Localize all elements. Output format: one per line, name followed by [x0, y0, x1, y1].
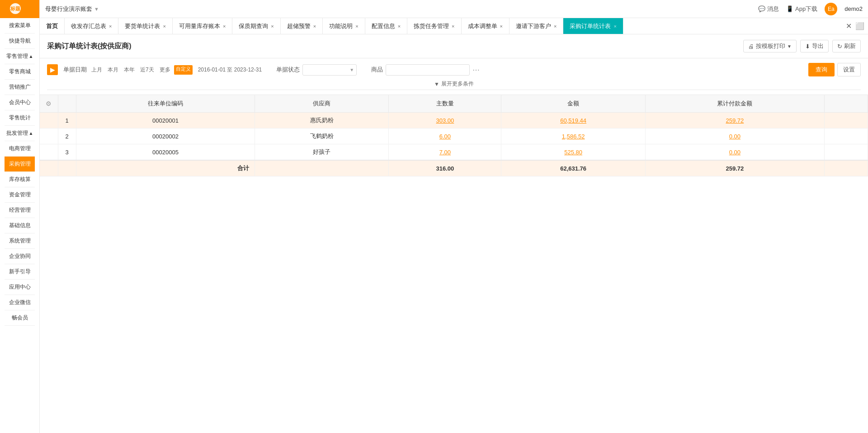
nav-tab-overstock-warning[interactable]: 超储预警×: [281, 18, 323, 34]
nav-tab-close-config-info[interactable]: ×: [398, 24, 401, 29]
cell-amount-2[interactable]: 525.80: [501, 144, 645, 161]
close-tab-btn[interactable]: ✕: [846, 22, 852, 30]
status-label: 单据状态: [276, 66, 300, 74]
footer-supplier: [255, 160, 389, 176]
org-name: 母婴行业演示账套: [45, 5, 92, 13]
svg-text:标题: 标题: [10, 6, 20, 11]
nav-tab-close-available-inventory[interactable]: ×: [223, 24, 226, 29]
sidebar-item-enterprise-collab[interactable]: 企业协同: [5, 249, 35, 264]
print-btn[interactable]: 🖨 按模板打印 ▼: [743, 40, 797, 52]
sidebar-item-search[interactable]: 搜索菜单: [5, 18, 35, 33]
nav-tab-close-purchase-summary[interactable]: ×: [613, 24, 616, 29]
sidebar-item-retail-stats[interactable]: 零售统计: [5, 110, 35, 126]
sidebar-item-quick-nav[interactable]: 快捷导航: [5, 33, 35, 49]
nav-tab-close-function-desc[interactable]: ×: [355, 24, 358, 29]
nav-tab-close-receive-summary[interactable]: ×: [109, 24, 112, 29]
nav-extra: ✕ ⬜: [842, 22, 868, 30]
nav-tab-invite-downstream[interactable]: 邀请下游客户×: [509, 18, 563, 34]
shortcut-this-month[interactable]: 本月: [106, 65, 120, 75]
cell-paid-amount-2[interactable]: 0.00: [645, 144, 824, 161]
cell-paid-amount-1[interactable]: 0.00: [645, 128, 824, 144]
export-btn[interactable]: ⬇ 导出: [800, 40, 829, 52]
nav-tab-picking-task[interactable]: 拣货任务管理×: [407, 18, 461, 34]
nav-tab-expiry-query[interactable]: 保质期查询×: [232, 18, 280, 34]
nav-tab-function-desc[interactable]: 功能说明×: [323, 18, 365, 34]
sidebar-item-ops-mgmt[interactable]: 经营管理: [5, 203, 35, 218]
goods-input[interactable]: [386, 64, 470, 76]
cell-supplier-code-2: 00020005: [76, 144, 255, 161]
footer-amount: 62,631.76: [501, 160, 645, 176]
table-wrap: ⚙ 往来单位编码 供应商 主数量 金额 累计付款金额 1 00020001 惠氏…: [40, 95, 868, 433]
nav-tab-close-cost-adjust[interactable]: ×: [500, 24, 503, 29]
sidebar-item-app-center[interactable]: 应用中心: [5, 280, 35, 295]
nav-tab-order-summary[interactable]: 要货单统计表×: [118, 18, 172, 34]
sidebar-item-capital-mgmt[interactable]: 资金管理: [5, 187, 35, 203]
main-area: 母婴行业演示账套 ▼ 💬 消息 📱 App下载 Ea demo2 首页收发存汇总…: [40, 0, 868, 433]
cell-quantity-0[interactable]: 303.00: [389, 113, 501, 128]
table-row[interactable]: 2 00020002 飞鹤奶粉 6.00 1,586.52 0.00: [40, 128, 868, 144]
sidebar-item-retail-store[interactable]: 零售商城: [5, 64, 35, 80]
cell-paid-amount-0[interactable]: 259.72: [645, 113, 824, 128]
col-supplier-code: 往来单位编码: [76, 95, 255, 113]
app-download-btn[interactable]: 📱 App下载: [786, 5, 817, 13]
table-header-row: ⚙ 往来单位编码 供应商 主数量 金额 累计付款金额: [40, 95, 868, 113]
shortcut-7days[interactable]: 近7天: [138, 65, 156, 75]
message-icon: 💬: [758, 5, 765, 12]
sidebar-item-inventory-check[interactable]: 库存核算: [5, 172, 35, 187]
logo-text: 标题: [9, 2, 31, 16]
org-selector[interactable]: 母婴行业演示账套 ▼: [45, 5, 755, 13]
filter-expand-arrow[interactable]: ▶: [47, 64, 58, 75]
table-row[interactable]: 3 00020005 好孩子 7.00 525.80 0.00: [40, 144, 868, 161]
org-dropdown-icon[interactable]: ▼: [94, 6, 99, 12]
sidebar-item-new-user-guide[interactable]: 新手引导: [5, 264, 35, 280]
cell-supplier-name-1: 飞鹤奶粉: [255, 128, 389, 144]
date-shortcuts: 上月 本月 本年 近7天 更多 自定义: [90, 65, 193, 75]
nav-tab-cost-adjust[interactable]: 成本调整单×: [462, 18, 509, 34]
nav-tab-config-info[interactable]: 配置信息×: [365, 18, 407, 34]
status-select[interactable]: [302, 64, 357, 76]
sidebar-item-basic-info[interactable]: 基础信息: [5, 218, 35, 233]
cell-quantity-1[interactable]: 6.00: [389, 128, 501, 144]
query-btn[interactable]: 查询: [808, 63, 835, 76]
sidebar-item-member-center[interactable]: 会员中心: [5, 95, 35, 110]
nav-tab-close-expiry-query[interactable]: ×: [271, 24, 274, 29]
message-btn[interactable]: 💬 消息: [758, 5, 779, 13]
nav-tab-close-overstock-warning[interactable]: ×: [313, 24, 316, 29]
table-footer-row: 合计 316.00 62,631.76 259.72: [40, 160, 868, 176]
col-settings: ⚙: [40, 95, 58, 113]
maximize-btn[interactable]: ⬜: [855, 22, 864, 30]
sidebar-item-marketing[interactable]: 营销推广: [5, 80, 35, 95]
sidebar-item-membership[interactable]: 畅会员: [5, 310, 35, 326]
table-row[interactable]: 1 00020001 惠氏奶粉 303.00 60,519.44 259.72: [40, 113, 868, 128]
sidebar-item-system-mgmt[interactable]: 系统管理: [5, 233, 35, 249]
cell-settings-1: [40, 128, 58, 144]
nav-tab-available-inventory[interactable]: 可用量库存账本×: [173, 18, 232, 34]
settings-btn[interactable]: 设置: [837, 63, 861, 76]
cell-amount-0[interactable]: 60,519.44: [501, 113, 645, 128]
sidebar-item-purchase-mgmt[interactable]: 采购管理: [5, 157, 35, 172]
nav-tab-purchase-summary[interactable]: 采购订单统计表×: [563, 18, 623, 34]
shortcut-this-year[interactable]: 本年: [122, 65, 137, 75]
shortcut-more[interactable]: 更多: [158, 65, 172, 75]
shortcut-last-month[interactable]: 上月: [90, 65, 104, 75]
nav-tab-home[interactable]: 首页: [40, 18, 65, 34]
goods-more-icon[interactable]: ⋯: [472, 66, 480, 74]
user-avatar[interactable]: Ea: [825, 3, 837, 15]
table-container: ⚙ 往来单位编码 供应商 主数量 金额 累计付款金额 1 00020001 惠氏…: [40, 95, 868, 176]
date-range-item: 2016-01-01 至 2023-12-31: [198, 66, 262, 74]
sidebar-item-ecommerce-mgmt[interactable]: 电商管理: [5, 141, 35, 157]
cell-quantity-2[interactable]: 7.00: [389, 144, 501, 161]
cell-amount-1[interactable]: 1,586.52: [501, 128, 645, 144]
refresh-icon: ↻: [837, 43, 842, 50]
nav-tab-close-order-summary[interactable]: ×: [163, 24, 165, 29]
sidebar-item-enterprise-wechat[interactable]: 企业微信: [5, 295, 35, 310]
nav-tab-receive-summary[interactable]: 收发存汇总表×: [65, 18, 118, 34]
nav-tab-close-picking-task[interactable]: ×: [452, 24, 454, 29]
settings-icon[interactable]: ⚙: [46, 100, 52, 107]
sidebar-item-retail-mgmt[interactable]: 零售管理▲: [5, 49, 35, 64]
expand-area: ▼ 展开更多条件: [47, 78, 861, 90]
nav-tab-close-invite-downstream[interactable]: ×: [554, 24, 557, 29]
refresh-btn[interactable]: ↻ 刷新: [832, 40, 861, 52]
expand-btn[interactable]: ▼ 展开更多条件: [434, 80, 474, 88]
sidebar-item-wholesale-mgmt[interactable]: 批发管理▲: [5, 126, 35, 141]
